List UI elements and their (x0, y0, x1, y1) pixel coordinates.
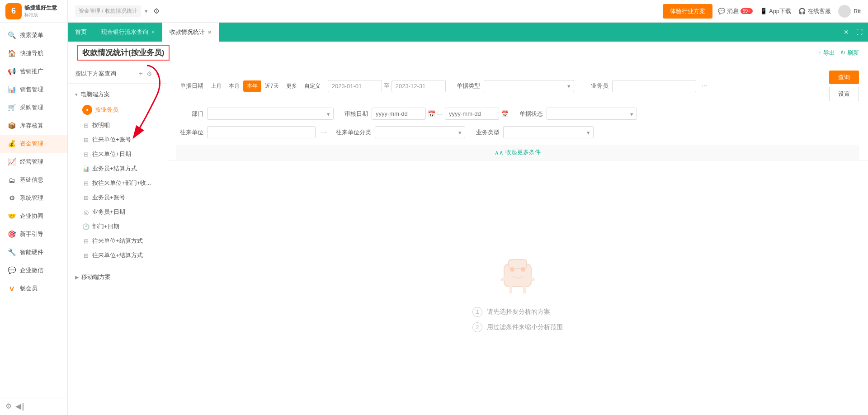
trial-button[interactable]: 体验行业方案 (663, 4, 712, 19)
salesman-more-icon[interactable]: ··· (700, 82, 709, 90)
breadcrumb-dropdown-icon[interactable]: ▾ (145, 8, 148, 14)
sidebar-item-enterprise[interactable]: 🤝 企业协同 (0, 207, 67, 225)
review-date-from-icon[interactable]: 📅 (428, 110, 435, 118)
salesman-method-icon: 📊 (82, 165, 90, 172)
sidebar-item-finance[interactable]: 💰 资金管理 (0, 135, 67, 153)
empty-step-1: 1 请先选择要分析的方案 (472, 307, 563, 317)
add-scheme-icon[interactable]: + (139, 70, 143, 78)
sidebar-item-hardware[interactable]: 🔧 智能硬件 (0, 243, 67, 261)
messages-badge: 99+ (741, 8, 753, 14)
counterpart-input[interactable] (207, 126, 316, 138)
sidebar-item-system[interactable]: ⚙ 系统管理 (0, 189, 67, 207)
collapse-bar[interactable]: ∧∧ 收起更多条件 (176, 145, 859, 160)
salesman-input[interactable] (612, 80, 696, 92)
tab-close-receipt-stats[interactable]: ✕ (208, 29, 212, 35)
topbar: 资金管理 / 收款情况统计 ▾ ⚙ 体验行业方案 💬 消息 99+ 📱 App下… (68, 0, 868, 23)
date-field: 单据日期 上月 本月 本年 近7天 更多 自定义 至 (176, 80, 446, 92)
dept-select[interactable] (207, 108, 334, 120)
counterpart-category-select[interactable] (375, 126, 465, 138)
page-title: 收款情况统计(按业务员) (77, 45, 170, 61)
collapse-panel-icon[interactable]: « (156, 70, 160, 77)
topbar-gear-icon[interactable]: ⚙ (153, 7, 160, 15)
app-download-action[interactable]: 📱 App下载 (760, 7, 791, 15)
dept-field: 部门 (176, 108, 334, 120)
date-separator: 至 (384, 82, 390, 90)
mobile-scheme-parent[interactable]: ▶ 移动端方案 (68, 270, 167, 284)
settings-button[interactable]: 设置 (829, 87, 859, 101)
sidebar-item-basic-info[interactable]: 🗂 基础信息 (0, 171, 67, 189)
sidebar-item-inventory[interactable]: 📦 库存核算 (0, 117, 67, 135)
business-type-select[interactable] (503, 126, 594, 138)
user-avatar (838, 5, 851, 18)
messages-action[interactable]: 💬 消息 99+ (718, 7, 753, 15)
topbar-right: 💬 消息 99+ 📱 App下载 🎧 在线客服 Rit (718, 5, 861, 18)
sidebar-item-wechat[interactable]: 💬 企业微信 (0, 261, 67, 279)
sidebar-item-quick-nav[interactable]: 🏠 快捷导航 (0, 44, 67, 62)
right-panel: 单据日期 上月 本月 本年 近7天 更多 自定义 至 (167, 64, 868, 415)
sidebar-item-search-menu[interactable]: 🔍 搜索菜单 (0, 26, 67, 44)
desktop-scheme-parent[interactable]: ▾ 电脑端方案 (68, 87, 167, 102)
scheme-salesman-account[interactable]: ⊞ 业务员+账号 (68, 190, 167, 205)
sidebar-item-sales[interactable]: 📊 销售管理 (0, 80, 67, 99)
date-from-input[interactable] (328, 80, 382, 92)
doc-type-select[interactable] (484, 80, 574, 92)
scheme-by-salesman[interactable]: ● 按业务员 (68, 102, 167, 118)
review-date-to-input[interactable] (445, 108, 499, 120)
finance-icon: 💰 (7, 139, 16, 148)
business-type-label: 业务类型 (472, 128, 500, 137)
dept-select-wrapper (207, 108, 334, 120)
operations-icon: 📈 (7, 157, 16, 166)
date-last-month[interactable]: 上月 (207, 80, 225, 92)
sidebar-item-member[interactable]: V 畅会员 (0, 279, 67, 297)
settings-scheme-icon[interactable]: ⚙ (146, 70, 152, 77)
panel-header: 按以下方案查询 + ⚙ « (68, 64, 167, 84)
scheme-unit-account[interactable]: ⊞ 往来单位+账号 (68, 132, 167, 147)
scheme-unit-method2[interactable]: ⊞ 往来单位+结算方式 (68, 248, 167, 263)
date-this-year[interactable]: 本年 (243, 80, 261, 92)
review-date-to-icon[interactable]: 📅 (501, 110, 509, 118)
sidebar-item-purchase[interactable]: 🛒 采购管理 (0, 99, 67, 117)
scheme-dept-date[interactable]: 🕐 部门+日期 (68, 219, 167, 234)
settings-bottom-icon[interactable]: ⚙ (5, 402, 12, 410)
tab-bank-flow[interactable]: 现金银行流水查询 ✕ (94, 23, 162, 42)
export-button[interactable]: ↑ 导出 (819, 49, 835, 57)
date-this-month[interactable]: 本月 (225, 80, 243, 92)
sidebar-item-marketing[interactable]: 📢 营销推广 (0, 62, 67, 80)
scheme-salesman-date[interactable]: ◎ 业务员+日期 (68, 205, 167, 219)
date-last-7-days[interactable]: 近7天 (261, 80, 283, 92)
refresh-button[interactable]: ↻ 刷新 (840, 49, 859, 57)
scheme-unit-method1[interactable]: ⊞ 往来单位+结算方式 (68, 234, 167, 248)
sidebar-item-operations[interactable]: 📈 经营管理 (0, 153, 67, 171)
date-label: 单据日期 (176, 82, 203, 90)
maximize-window-icon[interactable]: ⛶ (854, 27, 864, 38)
sidebar-item-guide[interactable]: 🎯 新手引导 (0, 225, 67, 243)
tab-receipt-stats[interactable]: 收款情况统计 ✕ (162, 23, 219, 42)
date-to-input[interactable] (392, 80, 446, 92)
scheme-unit-dept[interactable]: ⊞ 按往来单位+部门+收... (68, 176, 167, 190)
date-more[interactable]: 更多 (283, 80, 301, 92)
salesman-date-icon: ◎ (82, 208, 90, 216)
form-row-2: 部门 审核日期 📅 — 📅 (176, 108, 859, 120)
counterpart-more-icon[interactable]: ··· (319, 128, 329, 137)
online-service-action[interactable]: 🎧 在线客服 (798, 7, 831, 15)
svg-rect-1 (509, 259, 527, 269)
app-download-icon: 📱 (760, 8, 767, 14)
close-window-icon[interactable]: ✕ (842, 27, 851, 38)
collapse-sidebar-icon[interactable]: ◀‖ (15, 402, 24, 410)
scheme-by-detail[interactable]: ⊞ 按明细 (68, 118, 167, 132)
system-icon: ⚙ (7, 193, 16, 203)
query-button[interactable]: 查询 (829, 71, 859, 84)
review-date-from-input[interactable] (372, 108, 426, 120)
tab-close-bank-flow[interactable]: ✕ (151, 29, 155, 35)
search-menu-icon: 🔍 (7, 31, 16, 40)
doc-status-field: 单据状态 (516, 108, 637, 120)
user-area[interactable]: Rit (838, 5, 861, 18)
scheme-salesman-method[interactable]: 📊 业务员+结算方式 (68, 161, 167, 176)
doc-status-select[interactable] (547, 108, 637, 120)
desktop-section: ▾ 电脑端方案 ● 按业务员 ⊞ 按明细 ⊞ 往来单位+账号 ⊞ (68, 84, 167, 266)
tab-home[interactable]: 首页 (68, 23, 94, 42)
scheme-unit-date[interactable]: ⊞ 往来单位+日期 (68, 147, 167, 161)
desktop-arrow-icon: ▾ (75, 92, 78, 98)
review-date-separator: — (437, 110, 443, 117)
date-custom[interactable]: 自定义 (301, 80, 324, 92)
